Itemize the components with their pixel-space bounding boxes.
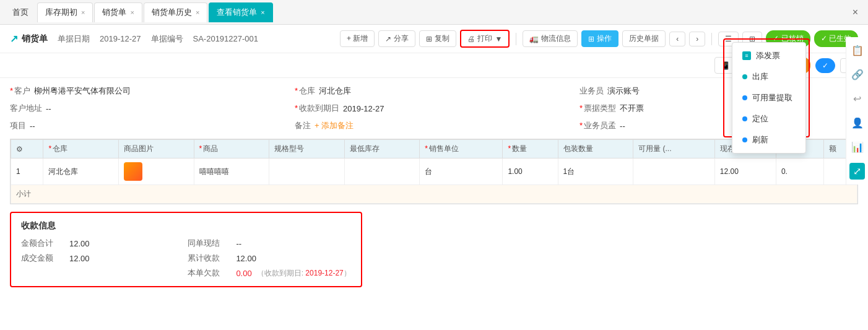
share-button[interactable]: ↗ 分享 — [378, 30, 415, 47]
salesperson-value: 演示账号 — [607, 85, 640, 97]
outbound-item[interactable]: 出库 — [732, 66, 805, 87]
due-date-field: 收款到期日 2019-12-27 — [295, 103, 573, 114]
share-label: 分享 — [394, 33, 409, 44]
tab-view-sales[interactable]: 查看销货单 × — [209, 2, 272, 22]
locate-item[interactable]: 定位 — [732, 108, 805, 129]
window-close-button[interactable]: × — [848, 7, 863, 18]
refresh-item[interactable]: 刷新 — [732, 129, 805, 150]
tab-sales-history-label: 销货单历史 — [152, 7, 192, 18]
subtotal-label: 小计 — [11, 185, 857, 204]
share-icon: ↗ — [385, 35, 391, 43]
project-field: 项目 -- — [10, 120, 289, 131]
project-label: 项目 — [10, 120, 26, 131]
address-value: -- — [46, 104, 51, 113]
sidebar-expand-icon[interactable]: ⤢ — [849, 163, 865, 180]
transaction-row: 成交金额 12.00 — [21, 253, 184, 264]
row-product: 嘻嘻嘻嘻 — [194, 158, 269, 185]
logistics-button[interactable]: 🚛 物流信息 — [523, 30, 578, 47]
col-settings[interactable]: ⚙ — [11, 140, 43, 158]
address-field: 客户地址 -- — [10, 103, 289, 114]
customer-field: 客户 柳州粤港平安气体有限公司 — [10, 85, 289, 97]
settlement-value: -- — [236, 239, 241, 248]
col-quantity: 数量 — [503, 140, 558, 158]
warehouse-field: 仓库 河北仓库 — [295, 85, 573, 97]
tab-sales-history[interactable]: 销货单历史 × — [144, 2, 207, 22]
ticket-type-value: 不开票 — [620, 103, 644, 114]
note-label: 备注 — [295, 120, 311, 131]
sidebar-refresh-icon[interactable]: ↩ — [851, 90, 864, 107]
total-value: 12.00 — [69, 239, 90, 248]
add-invoice-item[interactable]: ≡ 添发票 — [732, 45, 805, 66]
tab-view-sales-close[interactable]: × — [261, 9, 264, 16]
operations-button[interactable]: ⊞ 操作 — [581, 30, 618, 47]
number-value: SA-20191227-001 — [193, 34, 259, 43]
transaction-label: 成交金额 — [21, 253, 64, 264]
history-label: 历史单据 — [629, 33, 659, 44]
outbound-label: 出库 — [752, 71, 768, 82]
print-icon: 🖨 — [467, 35, 475, 43]
sidebar-doc-icon[interactable]: 📋 — [849, 42, 866, 59]
next-record-button[interactable]: › — [689, 32, 705, 46]
due-date-label: 收款到期日 — [295, 103, 339, 114]
copy-label: 复制 — [435, 33, 449, 44]
toolbar-divider — [516, 33, 516, 45]
cumulative-row: 累计收款 12.00 — [188, 253, 350, 264]
project-value: -- — [30, 121, 35, 131]
operations-label: 操作 — [597, 33, 612, 44]
sidebar-link-icon[interactable]: 🔗 — [849, 66, 866, 83]
due-date-value: 2019-12-27 — [343, 104, 384, 113]
add-invoice-label: 添发票 — [756, 50, 780, 61]
tab-sales-order[interactable]: 销货单 × — [94, 2, 142, 22]
tab-sales-order-close[interactable]: × — [130, 9, 134, 16]
warehouse-value: 河北仓库 — [319, 85, 351, 97]
doc-icon: ↗ — [10, 33, 18, 45]
new-button[interactable]: + 新增 — [340, 30, 375, 47]
row-available — [633, 158, 715, 185]
confirm-button[interactable]: ✓ — [815, 58, 835, 73]
bottom-section: 收款信息 金额合计 12.00 成交金额 12.00 — [0, 204, 868, 295]
operations-icon: ⊞ — [588, 35, 594, 43]
sidebar-chart-icon[interactable]: 📊 — [849, 139, 866, 155]
col-sales-unit: 销售单位 — [420, 140, 503, 158]
salesperson2-label: 业务员孟 — [579, 120, 616, 131]
total-row: 金额合计 12.00 — [21, 238, 184, 249]
arrears-label: 本单欠款 — [188, 267, 231, 279]
settings-icon[interactable]: ⚙ — [16, 145, 23, 154]
table-container: ⚙ 仓库 商品图片 商品 规格型号 最低库存 销售单位 数量 包装数量 可用量 … — [10, 139, 858, 204]
transaction-value: 12.00 — [69, 254, 90, 263]
available-qty-label: 可用量提取 — [752, 92, 792, 103]
tab-home[interactable]: 首页 — [5, 2, 36, 22]
salesperson-field: 业务员 演示账号 — [579, 85, 858, 97]
date-value: 2019-12-27 — [100, 34, 141, 43]
locate-label: 定位 — [752, 113, 768, 124]
confirm-icon: ✓ — [822, 61, 828, 70]
payment-grid: 金额合计 12.00 成交金额 12.00 同单现结 -- — [21, 238, 351, 279]
col-available: 可用量 (... — [633, 140, 715, 158]
tab-sales-history-close[interactable]: × — [196, 9, 199, 16]
payment-info: 收款信息 金额合计 12.00 成交金额 12.00 — [10, 212, 362, 287]
tab-inventory[interactable]: 库存期初 × — [37, 2, 93, 22]
add-invoice-icon: ≡ — [742, 51, 751, 60]
row-stock: 12.00 — [714, 158, 776, 185]
col-package-qty: 包装数量 — [558, 140, 633, 158]
total-label: 金额合计 — [21, 238, 64, 249]
prev-record-button[interactable]: ‹ — [669, 32, 685, 46]
available-qty-item[interactable]: 可用量提取 — [732, 87, 805, 108]
refresh-label: 刷新 — [752, 134, 768, 145]
tab-inventory-close[interactable]: × — [81, 9, 85, 16]
print-label: 打印 — [477, 33, 492, 44]
payment-title: 收款信息 — [21, 220, 351, 232]
refresh-icon — [742, 137, 747, 142]
print-button[interactable]: 🖨 打印 ▼ — [460, 30, 510, 48]
copy-button[interactable]: ⊞ 复制 — [419, 30, 456, 47]
product-thumbnail — [124, 162, 142, 181]
sidebar-user-icon[interactable]: 👤 — [849, 115, 866, 131]
salesperson2-value: -- — [620, 121, 625, 131]
add-note-button[interactable]: + 添加备注 — [315, 120, 354, 131]
available-qty-icon — [742, 95, 747, 100]
address-label: 客户地址 — [10, 103, 42, 114]
doc-meta: 单据日期 2019-12-27 单据编号 SA-20191227-001 — [58, 33, 258, 45]
locate-icon — [742, 116, 747, 121]
history-button[interactable]: 历史单据 — [622, 30, 666, 47]
salesperson-label: 业务员 — [579, 85, 604, 97]
